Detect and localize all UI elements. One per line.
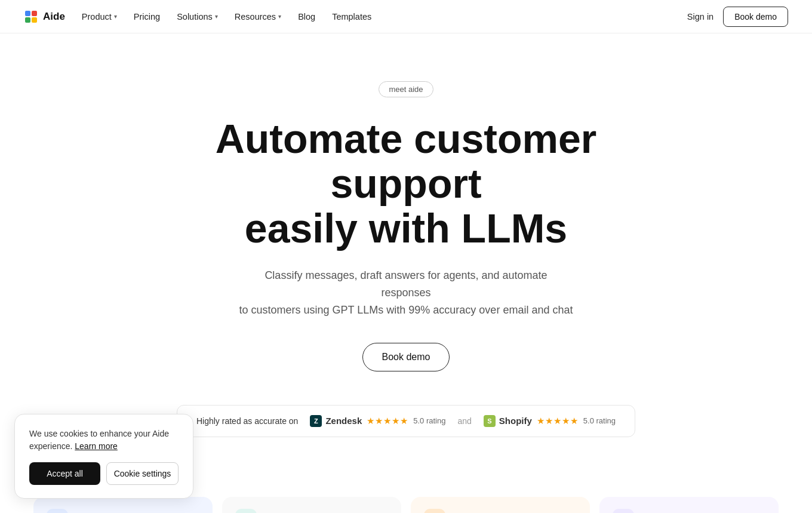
book-demo-nav-button[interactable]: Book demo	[723, 7, 788, 27]
meet-badge: meet aide	[379, 81, 433, 97]
nav-item-product[interactable]: Product ▾	[82, 12, 117, 21]
svg-rect-3	[32, 17, 37, 23]
book-demo-hero-button[interactable]: Book demo	[362, 343, 450, 371]
logo-icon	[24, 10, 38, 24]
zendesk-rating-text: 5.0 rating	[413, 416, 445, 425]
nav-resources-label: Resources	[235, 12, 276, 21]
learn-more-link[interactable]: Learn more	[75, 441, 118, 451]
topic-icon: 📊	[47, 509, 68, 513]
feature-card-chatbot[interactable]: 💬 Website AI chatbot build chat bots to …	[599, 497, 779, 513]
scenarios-icon: ⚡	[424, 509, 445, 513]
cookie-buttons: Accept all Cookie settings	[29, 462, 179, 485]
hero-headline-line1: Automate customer support	[216, 116, 597, 206]
ratings-bar: Highly rated as accurate on Z Zendesk ★★…	[177, 405, 635, 437]
hero-subtext: Classify messages, draft answers for age…	[239, 267, 573, 318]
shopify-rating: S Shopify ★★★★★ 5.0 rating	[484, 415, 616, 427]
zendesk-icon: Z	[310, 415, 322, 427]
shopify-stars: ★★★★★	[537, 416, 579, 426]
nav-item-templates[interactable]: Templates	[332, 12, 371, 21]
svg-rect-2	[25, 17, 30, 23]
accept-all-button[interactable]: Accept all	[29, 462, 100, 485]
cookie-settings-button[interactable]: Cookie settings	[106, 462, 179, 485]
nav-templates-label: Templates	[332, 12, 371, 21]
nav-blog-label: Blog	[298, 12, 315, 21]
shopify-name: Shopify	[499, 416, 532, 426]
zendesk-stars: ★★★★★	[367, 416, 408, 426]
hero-section: meet aide Automate customer support easi…	[0, 33, 812, 473]
cookie-banner: We use cookies to enhance your Aide expe…	[14, 414, 193, 499]
logo-label: Aide	[43, 11, 65, 23]
svg-rect-0	[25, 11, 30, 16]
zendesk-name: Zendesk	[325, 416, 362, 426]
chevron-down-icon: ▾	[278, 13, 281, 20]
zendesk-rating: Z Zendesk ★★★★★ 5.0 rating	[310, 415, 445, 427]
chevron-down-icon: ▾	[215, 13, 218, 20]
nav-item-resources[interactable]: Resources ▾	[235, 12, 281, 21]
cookie-text: We use cookies to enhance your Aide expe…	[29, 428, 179, 453]
chevron-down-icon: ▾	[114, 13, 117, 20]
nav-pricing-label: Pricing	[134, 12, 160, 21]
shopify-rating-text: 5.0 rating	[583, 416, 616, 425]
svg-rect-1	[32, 11, 37, 16]
nav-product-label: Product	[82, 12, 112, 21]
hero-headline: Automate customer support easily with LL…	[149, 116, 663, 250]
chatbot-icon: 💬	[613, 509, 634, 513]
sign-in-link[interactable]: Sign in	[687, 12, 713, 21]
shopify-icon: S	[484, 415, 496, 427]
ratings-separator: and	[457, 416, 471, 426]
navigation: Aide Product ▾ Pricing Solutions ▾ Resou…	[0, 0, 812, 33]
nav-item-solutions[interactable]: Solutions ▾	[177, 12, 218, 21]
nav-solutions-label: Solutions	[177, 12, 213, 21]
feature-card-scenarios[interactable]: ⚡ Automated Scenarios streamline repetit…	[411, 497, 590, 513]
logo[interactable]: Aide	[24, 10, 65, 24]
feature-card-drafts[interactable]: 👤 Drafts for agents ...poses and suggest…	[222, 497, 401, 513]
feature-card-topic[interactable]: 📊 Topic classification	[33, 497, 213, 513]
nav-item-pricing[interactable]: Pricing	[134, 12, 160, 21]
ratings-prefix: Highly rated as accurate on	[196, 416, 298, 426]
drafts-icon: 👤	[235, 509, 257, 513]
nav-item-blog[interactable]: Blog	[298, 12, 315, 21]
hero-headline-line2: easily with LLMs	[245, 205, 567, 251]
